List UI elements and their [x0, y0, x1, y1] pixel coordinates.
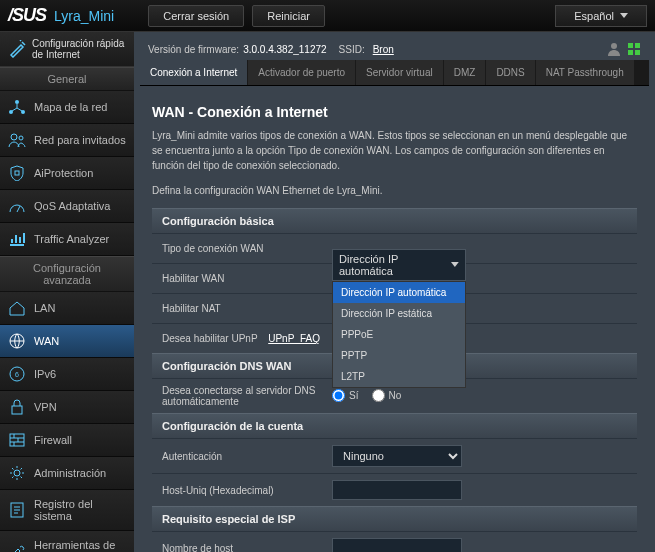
svg-point-11: [14, 470, 20, 476]
wan-type-options: Dirección IP automática Dirección IP est…: [332, 281, 466, 388]
section-account: Configuración de la cuenta: [152, 413, 637, 438]
page-description-2: Defina la configuración WAN Ethernet de …: [152, 183, 637, 198]
model-name: Lyra_Mini: [54, 8, 114, 24]
lock-icon: [8, 399, 26, 415]
guest-icon: [8, 132, 26, 148]
label-enable-wan: Habilitar WAN: [162, 273, 332, 284]
svg-rect-15: [635, 43, 640, 48]
logout-button[interactable]: Cerrar sesión: [148, 5, 244, 27]
user-icon[interactable]: [607, 42, 621, 56]
svg-point-0: [15, 100, 19, 104]
label-wan-type: Tipo de conexión WAN: [162, 243, 332, 254]
chevron-down-icon: [451, 262, 459, 267]
section-basic: Configuración básica: [152, 208, 637, 233]
sidebar-item-lan[interactable]: LAN: [0, 292, 134, 325]
hostname-input[interactable]: [332, 538, 462, 552]
sidebar-item-qos[interactable]: QoS Adaptativa: [0, 190, 134, 223]
label-auto-dns: Desea conectarse al servidor DNS automát…: [162, 385, 332, 407]
log-icon: [8, 502, 26, 518]
wan-option-pppoe[interactable]: PPPoE: [333, 324, 465, 345]
sidebar-item-administration[interactable]: Administración: [0, 457, 134, 490]
svg-rect-17: [635, 50, 640, 55]
section-isp: Requisito especial de ISP: [152, 506, 637, 531]
app-icon[interactable]: [627, 42, 641, 56]
tab-ddns[interactable]: DDNS: [486, 60, 535, 85]
ipv6-icon: 6: [8, 366, 26, 382]
info-bar: Versión de firmware: 3.0.0.4.382_11272 S…: [140, 38, 649, 60]
wand-icon: [8, 40, 26, 58]
tools-icon: [8, 543, 26, 552]
language-select[interactable]: Español: [555, 5, 647, 27]
sidebar-item-network-map[interactable]: Mapa de la red: [0, 91, 134, 124]
tab-dmz[interactable]: DMZ: [444, 60, 487, 85]
reboot-button[interactable]: Reiniciar: [252, 5, 325, 27]
upnp-faq-link[interactable]: UPnP_FAQ: [268, 333, 320, 344]
network-icon: [8, 99, 26, 115]
gear-icon: [8, 465, 26, 481]
hostuniq-input[interactable]: [332, 480, 462, 500]
sidebar-header-general: General: [0, 67, 134, 91]
dns-yes-radio[interactable]: Sí: [332, 389, 358, 402]
globe-icon: [8, 333, 26, 349]
page-title: WAN - Conexión a Internet: [152, 104, 637, 120]
label-hostuniq: Host-Uniq (Hexadecimal): [162, 485, 332, 496]
svg-rect-16: [628, 50, 633, 55]
tab-port-trigger[interactable]: Activador de puerto: [248, 60, 356, 85]
page-description: Lyra_Mini admite varios tipos de conexió…: [152, 128, 637, 173]
sidebar-item-vpn[interactable]: VPN: [0, 391, 134, 424]
sidebar-item-network-tools[interactable]: Herramientas de red: [0, 531, 134, 552]
label-auth: Autenticación: [162, 451, 332, 462]
sidebar-item-firewall[interactable]: Firewall: [0, 424, 134, 457]
auth-select[interactable]: Ninguno: [332, 445, 462, 467]
wan-option-auto-ip[interactable]: Dirección IP automática: [333, 282, 465, 303]
sidebar-item-aiprotection[interactable]: AiProtection: [0, 157, 134, 190]
firmware-version: 3.0.0.4.382_11272: [243, 44, 326, 55]
wan-option-pptp[interactable]: PPTP: [333, 345, 465, 366]
wan-type-select[interactable]: Dirección IP automática Dirección IP aut…: [332, 249, 466, 388]
label-enable-nat: Habilitar NAT: [162, 303, 332, 314]
label-upnp: Desea habilitar UPnP UPnP_FAQ: [162, 333, 332, 344]
ssid-value[interactable]: Bron: [373, 44, 394, 55]
sidebar-header-advanced: Configuración avanzada: [0, 256, 134, 292]
firewall-icon: [8, 432, 26, 448]
svg-rect-10: [10, 434, 24, 446]
sidebar-item-system-log[interactable]: Registro del sistema: [0, 490, 134, 531]
tab-virtual-server[interactable]: Servidor virtual: [356, 60, 444, 85]
wan-option-static-ip[interactable]: Dirección IP estática: [333, 303, 465, 324]
sidebar-item-guest-network[interactable]: Red para invitados: [0, 124, 134, 157]
label-hostname: Nombre de host: [162, 543, 332, 553]
svg-point-3: [11, 134, 17, 140]
chart-icon: [8, 231, 26, 247]
tab-bar: Conexión a Internet Activador de puerto …: [140, 60, 649, 86]
svg-text:6: 6: [15, 371, 19, 378]
tab-nat-passthrough[interactable]: NAT Passthrough: [536, 60, 635, 85]
home-icon: [8, 300, 26, 316]
quick-internet-setup[interactable]: Configuración rápida de Internet: [0, 32, 134, 67]
svg-point-13: [611, 43, 617, 49]
svg-rect-5: [15, 171, 19, 175]
sidebar-item-traffic-analyzer[interactable]: Traffic Analyzer: [0, 223, 134, 256]
wan-option-l2tp[interactable]: L2TP: [333, 366, 465, 387]
dns-no-radio[interactable]: No: [372, 389, 402, 402]
brand-logo: /SUS: [8, 5, 46, 26]
svg-rect-9: [12, 406, 22, 414]
svg-point-4: [19, 136, 23, 140]
sidebar-item-ipv6[interactable]: 6 IPv6: [0, 358, 134, 391]
svg-rect-14: [628, 43, 633, 48]
sidebar-item-wan[interactable]: WAN: [0, 325, 134, 358]
main-content: Versión de firmware: 3.0.0.4.382_11272 S…: [134, 32, 655, 552]
top-bar: /SUS Lyra_Mini Cerrar sesión Reiniciar E…: [0, 0, 655, 32]
tab-internet-connection[interactable]: Conexión a Internet: [140, 60, 248, 85]
gauge-icon: [8, 198, 26, 214]
chevron-down-icon: [620, 13, 628, 18]
sidebar: Configuración rápida de Internet General…: [0, 32, 134, 552]
shield-icon: [8, 165, 26, 181]
